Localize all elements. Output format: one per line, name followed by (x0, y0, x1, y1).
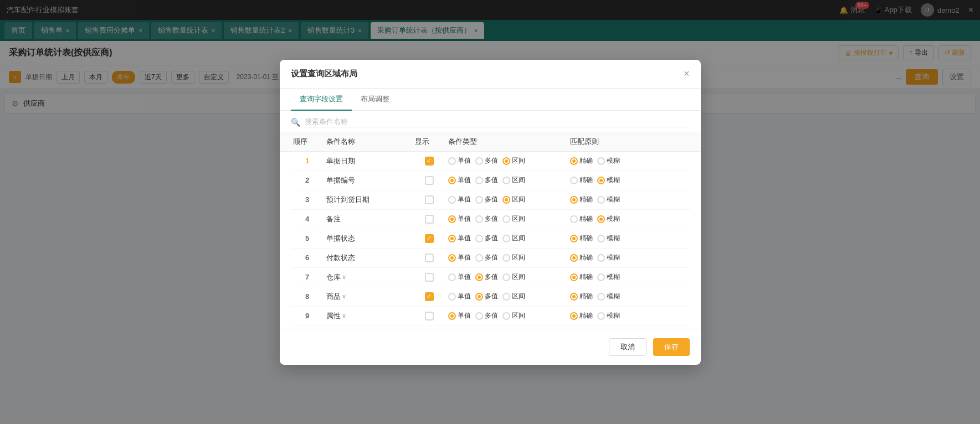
modal-tabs: 查询字段设置 布局调整 (280, 89, 701, 111)
modal-header: 设置查询区域布局 × (280, 60, 701, 89)
modal-title: 设置查询区域布局 (291, 69, 357, 79)
search-icon: 🔍 (291, 118, 300, 119)
search-input[interactable] (305, 117, 690, 119)
settings-modal: 设置查询区域布局 × 查询字段设置 布局调整 🔍 顺序 条件名称 显示 条件类型 (280, 60, 701, 119)
tab-query-fields-label: 查询字段设置 (300, 95, 343, 103)
tab-layout-adjust-label: 布局调整 (361, 95, 389, 103)
modal-close-button[interactable]: × (684, 69, 690, 79)
tab-query-fields[interactable]: 查询字段设置 (291, 89, 352, 111)
tab-layout-adjust[interactable]: 布局调整 (352, 89, 398, 111)
modal-overlay: 设置查询区域布局 × 查询字段设置 布局调整 🔍 顺序 条件名称 显示 条件类型 (0, 0, 980, 118)
modal-search-area: 🔍 (280, 111, 701, 119)
